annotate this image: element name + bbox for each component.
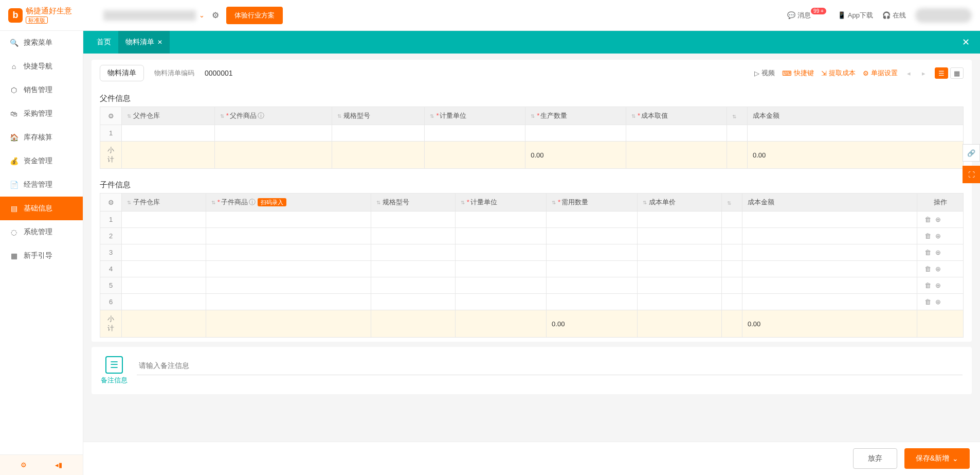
org-selector[interactable]: ⌄ xyxy=(103,10,205,21)
col-gear[interactable]: ⚙ xyxy=(100,107,122,125)
cell-blank[interactable] xyxy=(722,277,742,294)
col-parent-costamt[interactable]: 成本金额 xyxy=(748,107,964,125)
cell-costamt[interactable] xyxy=(742,228,917,244)
discard-button[interactable]: 放弃 xyxy=(853,448,897,469)
sidebar-item-purchase[interactable]: 🛍采购管理 xyxy=(0,102,83,126)
child-row[interactable]: 5🗑⊕ xyxy=(100,277,964,294)
cell-costprice[interactable] xyxy=(638,261,722,277)
cell-blank[interactable] xyxy=(727,125,748,142)
col-child-goods[interactable]: ⇅*子件商品ⓘ扫码录入 xyxy=(206,193,371,212)
cell-unit[interactable] xyxy=(455,244,546,261)
add-row-icon[interactable]: ⊕ xyxy=(935,265,941,273)
cell-goods[interactable] xyxy=(206,212,371,228)
cell-unit[interactable] xyxy=(455,294,546,310)
sidebar-item-base[interactable]: ▤基础信息 xyxy=(0,197,83,220)
cell-goods[interactable] xyxy=(206,294,371,310)
messages-link[interactable]: 💬 消息 99 + xyxy=(787,11,828,20)
list-view-toggle[interactable]: ☰ xyxy=(935,67,948,79)
cell-costamt[interactable] xyxy=(742,212,917,228)
cell-blank[interactable] xyxy=(722,212,742,228)
user-avatar-blurred[interactable] xyxy=(915,8,972,23)
cell-wh[interactable] xyxy=(122,261,206,277)
cell-qty[interactable] xyxy=(547,244,638,261)
cell-spec[interactable] xyxy=(371,277,456,294)
cell-qty[interactable] xyxy=(547,294,638,310)
sidebar-item-fund[interactable]: 💰资金管理 xyxy=(0,149,83,173)
cell-costprice[interactable] xyxy=(638,212,722,228)
try-industry-button[interactable]: 体验行业方案 xyxy=(226,7,283,24)
col-blank[interactable]: ⇅ xyxy=(727,107,748,125)
cell-wh[interactable] xyxy=(122,125,215,142)
tab-close-icon[interactable]: ✕ xyxy=(157,39,162,46)
doc-settings-link[interactable]: ⚙单据设置 xyxy=(863,68,898,78)
col-child-costamt[interactable]: 成本金额 xyxy=(742,193,917,212)
cell-costprice[interactable] xyxy=(638,244,722,261)
cell-spec[interactable] xyxy=(371,228,456,244)
cell-costsrc[interactable] xyxy=(626,125,727,142)
cell-goods[interactable] xyxy=(206,261,371,277)
cell-blank[interactable] xyxy=(722,244,742,261)
cell-costamt[interactable] xyxy=(742,244,917,261)
expand-float-icon[interactable]: ⛶ xyxy=(963,166,980,183)
sidebar-item-search[interactable]: 🔍搜索菜单 xyxy=(0,31,83,55)
add-row-icon[interactable]: ⊕ xyxy=(935,298,941,306)
col-parent-spec[interactable]: ⇅规格型号 xyxy=(332,107,425,125)
cell-unit[interactable] xyxy=(455,277,546,294)
next-doc-icon[interactable]: ▸ xyxy=(920,69,928,77)
tab-home[interactable]: 首页 xyxy=(89,31,118,54)
cell-qty[interactable] xyxy=(547,277,638,294)
sidebar-item-stock[interactable]: 🏠库存核算 xyxy=(0,126,83,149)
sidebar-settings-icon[interactable]: ⚙ xyxy=(21,461,27,469)
col-parent-qty[interactable]: ⇅*生产数量 xyxy=(525,107,626,125)
attachment-float-icon[interactable]: 🔗 xyxy=(963,144,980,162)
cell-wh[interactable] xyxy=(122,212,206,228)
child-row[interactable]: 3🗑⊕ xyxy=(100,244,964,261)
delete-row-icon[interactable]: 🗑 xyxy=(924,298,931,306)
delete-row-icon[interactable]: 🗑 xyxy=(924,232,931,240)
video-link[interactable]: ▷视频 xyxy=(754,68,775,78)
settings-gear-icon[interactable]: ⚙ xyxy=(212,10,219,20)
cell-qty[interactable] xyxy=(525,125,626,142)
delete-row-icon[interactable]: 🗑 xyxy=(924,216,931,223)
cell-costprice[interactable] xyxy=(638,228,722,244)
cell-wh[interactable] xyxy=(122,294,206,310)
prev-doc-icon[interactable]: ◂ xyxy=(905,69,913,77)
col-blank[interactable]: ⇅ xyxy=(722,193,742,212)
child-row[interactable]: 2🗑⊕ xyxy=(100,228,964,244)
cell-unit[interactable] xyxy=(455,228,546,244)
cell-costprice[interactable] xyxy=(638,277,722,294)
cell-wh[interactable] xyxy=(122,244,206,261)
col-child-costprice[interactable]: ⇅成本单价 xyxy=(638,193,722,212)
cell-blank[interactable] xyxy=(722,261,742,277)
child-row[interactable]: 4🗑⊕ xyxy=(100,261,964,277)
col-parent-goods[interactable]: ⇅*父件商品ⓘ xyxy=(214,107,332,125)
col-child-wh[interactable]: ⇅子件仓库 xyxy=(122,193,206,212)
cell-blank[interactable] xyxy=(722,228,742,244)
parent-row[interactable]: 1 xyxy=(100,125,964,142)
cell-costamt[interactable] xyxy=(742,261,917,277)
sidebar-item-nav[interactable]: ⌂快捷导航 xyxy=(0,55,83,78)
delete-row-icon[interactable]: 🗑 xyxy=(924,282,931,289)
info-icon[interactable]: ⓘ xyxy=(258,112,264,119)
cell-goods[interactable] xyxy=(206,244,371,261)
remarks-input[interactable] xyxy=(137,356,963,375)
child-row[interactable]: 1🗑⊕ xyxy=(100,212,964,228)
add-row-icon[interactable]: ⊕ xyxy=(935,216,941,223)
cell-spec[interactable] xyxy=(371,212,456,228)
cell-qty[interactable] xyxy=(547,212,638,228)
cell-spec[interactable] xyxy=(332,125,425,142)
cell-unit[interactable] xyxy=(455,261,546,277)
sidebar-item-sales[interactable]: ⬡销售管理 xyxy=(0,78,83,102)
col-child-qty[interactable]: ⇅*需用数量 xyxy=(547,193,638,212)
col-gear[interactable]: ⚙ xyxy=(100,193,122,212)
sidebar-collapse-icon[interactable]: ◂▮ xyxy=(55,461,62,469)
cell-costamt[interactable] xyxy=(742,294,917,310)
cell-costprice[interactable] xyxy=(638,294,722,310)
cell-spec[interactable] xyxy=(371,261,456,277)
grid-view-toggle[interactable]: ▦ xyxy=(950,67,964,79)
close-all-tabs-icon[interactable]: ✕ xyxy=(958,37,974,48)
col-parent-wh[interactable]: ⇅父件仓库 xyxy=(122,107,215,125)
info-icon[interactable]: ⓘ xyxy=(249,198,256,206)
extract-cost-link[interactable]: ⇲提取成本 xyxy=(821,68,856,78)
cell-blank[interactable] xyxy=(722,294,742,310)
